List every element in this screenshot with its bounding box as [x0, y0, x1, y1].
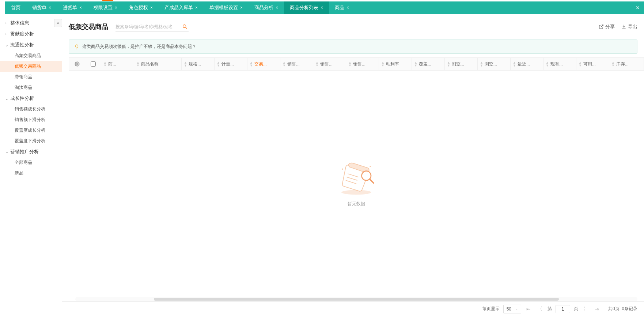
tab-label: 销货单 — [32, 4, 46, 11]
sidebar-group-0[interactable]: ›整体信息 — [0, 18, 62, 29]
column-header-9[interactable]: ▲▼覆盖... — [412, 58, 445, 70]
next-page-button[interactable]: 〉 — [582, 306, 590, 312]
svg-point-3 — [341, 190, 371, 195]
tab-4[interactable]: 角色授权× — [123, 1, 159, 14]
sidebar-group-4[interactable]: ⌄营销推广分析 — [0, 146, 62, 157]
scrollbar-thumb[interactable] — [154, 298, 558, 301]
tab-6[interactable]: 单据模板设置× — [204, 1, 249, 14]
sidebar-collapse-button[interactable]: « — [54, 19, 62, 27]
per-page-select[interactable]: 50 ⌄ — [503, 305, 521, 313]
close-icon[interactable]: × — [195, 5, 198, 10]
page-prefix: 第 — [548, 306, 552, 312]
sidebar-item-2-2[interactable]: 滞销商品 — [0, 72, 62, 82]
sort-icon: ▲▼ — [447, 61, 450, 67]
column-header-2[interactable]: ▲▼规格... — [182, 58, 215, 70]
column-header-13[interactable]: ▲▼现有... — [543, 58, 576, 70]
column-header-0[interactable]: ▲▼商... — [101, 58, 134, 70]
sidebar-group-label: 贡献度分析 — [10, 31, 34, 37]
close-icon[interactable]: × — [79, 5, 82, 10]
sidebar-item-4-1[interactable]: 新品 — [0, 168, 62, 178]
sidebar-group-1[interactable]: ›贡献度分析 — [0, 29, 62, 40]
table-header: ▲▼商...▲▼商品名称▲▼规格...▲▼计量...▲▼交易...▲▼销售...… — [69, 57, 644, 71]
column-label: 可用... — [583, 61, 596, 67]
info-tip: 这类商品交易频次很低，是推广不够，还是商品本身问题？ — [69, 40, 637, 54]
tab-3[interactable]: 权限设置× — [88, 1, 123, 14]
chevron-down-icon: ⌄ — [5, 96, 10, 101]
column-header-5[interactable]: ▲▼销售... — [280, 58, 313, 70]
tab-1[interactable]: 销货单× — [26, 1, 57, 14]
svg-point-2 — [76, 63, 78, 65]
tab-8[interactable]: 商品分析列表× — [284, 1, 329, 14]
close-icon[interactable]: × — [346, 5, 349, 10]
empty-state-text: 暂无数据 — [348, 201, 365, 207]
tab-7[interactable]: 商品分析× — [249, 1, 284, 14]
close-icon[interactable]: × — [115, 5, 117, 10]
sidebar-item-4-0[interactable]: 全部商品 — [0, 157, 62, 168]
tab-2[interactable]: 进货单× — [57, 1, 88, 14]
select-all-checkbox[interactable] — [91, 61, 96, 67]
tab-label: 进货单 — [63, 4, 77, 11]
sidebar-item-3-0[interactable]: 销售额成长分析 — [0, 104, 62, 114]
close-icon[interactable]: × — [321, 5, 323, 10]
column-header-15[interactable]: ▲▼库存... — [609, 58, 642, 70]
page-number-input[interactable] — [556, 305, 570, 313]
first-page-button[interactable]: ⇤ — [525, 306, 532, 312]
close-all-tabs-button[interactable]: × — [632, 1, 644, 14]
close-icon[interactable]: × — [150, 5, 153, 10]
search-icon[interactable] — [182, 24, 188, 30]
chevron-down-icon: ⌄ — [515, 307, 518, 311]
export-label: 导出 — [628, 23, 637, 30]
chevron-right-icon: › — [5, 21, 10, 25]
column-label: 毛利率 — [386, 61, 399, 67]
sort-icon: ▲▼ — [217, 61, 220, 67]
tab-9[interactable]: 商品× — [329, 1, 355, 14]
svg-point-9 — [342, 168, 343, 170]
prev-page-button[interactable]: 〈 — [536, 306, 544, 312]
column-header-1[interactable]: ▲▼商品名称 — [134, 58, 182, 70]
column-header-10[interactable]: ▲▼浏览... — [445, 58, 478, 70]
column-label: 交易... — [254, 61, 267, 67]
column-header-3[interactable]: ▲▼计量... — [215, 58, 247, 70]
horizontal-scrollbar[interactable] — [75, 297, 637, 301]
tab-bar: 首页销货单×进货单×权限设置×角色授权×产成品入库单×单据模板设置×商品分析×商… — [5, 1, 644, 14]
column-settings-button[interactable] — [69, 58, 85, 70]
tab-5[interactable]: 产成品入库单× — [159, 1, 204, 14]
search-input[interactable] — [115, 24, 178, 29]
close-icon[interactable]: × — [276, 5, 278, 10]
column-header-12[interactable]: ▲▼最近... — [511, 58, 543, 70]
svg-line-8 — [370, 179, 374, 183]
sidebar-group-3[interactable]: ⌄成长性分析 — [0, 93, 62, 104]
sidebar-item-2-0[interactable]: 高频交易商品 — [0, 50, 62, 61]
sort-icon: ▲▼ — [348, 61, 352, 67]
table-body-empty: 暂无数据 — [69, 71, 644, 296]
export-button[interactable]: 导出 — [621, 23, 637, 30]
sidebar-item-2-1[interactable]: 低频交易商品 — [0, 61, 62, 72]
sidebar-group-label: 成长性分析 — [10, 95, 34, 102]
share-label: 分享 — [605, 23, 615, 30]
close-icon[interactable]: × — [240, 5, 243, 10]
close-icon[interactable]: × — [49, 5, 51, 10]
sidebar-item-3-1[interactable]: 销售额下滑分析 — [0, 114, 62, 125]
sort-icon: ▲▼ — [103, 61, 107, 67]
sidebar-item-3-3[interactable]: 覆盖度下滑分析 — [0, 136, 62, 146]
tip-text: 这类商品交易频次很低，是推广不够，还是商品本身问题？ — [82, 44, 196, 50]
lightbulb-icon — [74, 44, 79, 49]
column-header-8[interactable]: ▲▼毛利率 — [379, 58, 412, 70]
chevron-right-icon: › — [5, 32, 10, 36]
column-header-4[interactable]: ▲▼交易... — [247, 58, 280, 70]
last-page-button[interactable]: ⇥ — [594, 306, 601, 312]
tab-0[interactable]: 首页 — [5, 1, 26, 14]
column-header-11[interactable]: ▲▼浏览... — [478, 58, 511, 70]
column-header-6[interactable]: ▲▼销售... — [313, 58, 346, 70]
sidebar-item-2-3[interactable]: 淘汰商品 — [0, 82, 62, 93]
sidebar-group-label: 营销推广分析 — [10, 148, 39, 155]
sidebar-item-3-2[interactable]: 覆盖度成长分析 — [0, 125, 62, 136]
share-button[interactable]: 分享 — [599, 23, 615, 30]
gear-icon — [75, 61, 80, 67]
sidebar-group-2[interactable]: ⌄流通性分析 — [0, 40, 62, 50]
column-header-14[interactable]: ▲▼可用... — [576, 58, 609, 70]
column-header-7[interactable]: ▲▼销售... — [346, 58, 379, 70]
data-table: ▲▼商...▲▼商品名称▲▼规格...▲▼计量...▲▼交易...▲▼销售...… — [69, 57, 644, 301]
svg-line-1 — [186, 27, 187, 29]
per-page-label: 每页显示 — [482, 306, 500, 312]
